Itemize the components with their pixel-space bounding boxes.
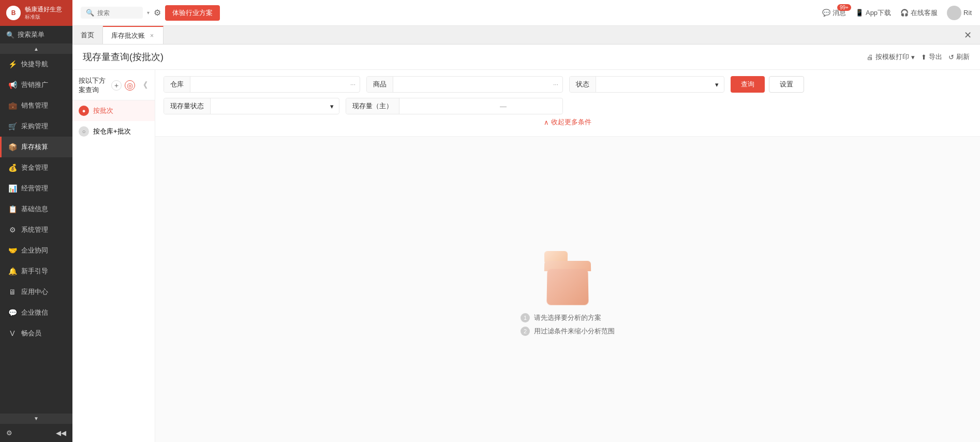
product-filter: 商品 ··· [366, 76, 563, 93]
refresh-label: 刷新 [956, 52, 970, 62]
message-btn[interactable]: 💬 消息 99+ [822, 8, 846, 18]
nav-label-wechat: 企业微信 [21, 308, 48, 317]
empty-step-2: 2 用过滤条件来缩小分析范围 [521, 327, 615, 336]
tab-home[interactable]: 首页 [72, 26, 103, 44]
sidebar-item-app-center[interactable]: 🖥 应用中心 [0, 282, 72, 302]
scheme-item-warehouse-batch[interactable]: ○ 按仓库+批次 [72, 121, 155, 142]
empty-text-area: 1 请先选择要分析的方案 2 用过滤条件来缩小分析范围 [521, 313, 615, 336]
sidebar-search-label: 搜索菜单 [18, 30, 44, 39]
sidebar-item-system[interactable]: ⚙ 系统管理 [0, 219, 72, 240]
sidebar-item-wechat[interactable]: 💬 企业微信 [0, 302, 72, 323]
empty-state: 1 请先选择要分析的方案 2 用过滤条件来缩小分析范围 [155, 137, 980, 442]
filter-actions: 查询 设置 [731, 76, 804, 93]
sidebar-search[interactable]: 🔍 搜索菜单 [0, 26, 72, 44]
fold-panel-btn[interactable]: 《 [138, 80, 149, 91]
export-label: 导出 [929, 52, 942, 62]
sidebar-item-quick-nav[interactable]: ⚡ 快捷导航 [0, 54, 72, 75]
online-service-label: 在线客服 [911, 8, 938, 18]
sidebar-item-enterprise[interactable]: 🤝 企业协同 [0, 240, 72, 261]
topbar-left: 🔍 ▾ ⚙ 体验行业方案 [81, 5, 816, 21]
sidebar-item-newbie[interactable]: 🔔 新手引导 [0, 261, 72, 282]
product-filter-more[interactable]: ··· [549, 81, 562, 88]
app-download-btn[interactable]: 📱 App下载 [855, 8, 891, 18]
scheme-list: ● 按批次 ○ 按仓库+批次 [72, 100, 155, 142]
status-filter-chevron: ▾ [715, 81, 719, 89]
sidebar-item-basic[interactable]: 📋 基础信息 [0, 199, 72, 219]
tab-inventory-batch[interactable]: 库存批次账 × [103, 26, 164, 44]
sidebar: B 畅康通好生意 标准版 🔍 搜索菜单 ▲ ⚡ 快捷导航 📢 营销推广 💼 销售… [0, 0, 72, 442]
warehouse-filter-more[interactable]: ··· [346, 81, 360, 88]
nav-label-marketing: 营销推广 [21, 80, 48, 90]
stock-amount-from[interactable] [399, 99, 497, 113]
nav-icon-marketing: 📢 [8, 80, 17, 90]
sidebar-item-finance[interactable]: 💰 资金管理 [0, 157, 72, 178]
topbar-chevron-icon[interactable]: ▾ [147, 10, 150, 16]
target-scheme-btn[interactable]: ◎ [125, 80, 135, 91]
sidebar-item-inventory[interactable]: 📦 库存核算 [0, 137, 72, 157]
print-btn[interactable]: 🖨 按模板打印 ▾ [867, 52, 915, 62]
stock-amount-to[interactable] [510, 99, 563, 113]
product-filter-input[interactable] [393, 78, 549, 92]
sidebar-item-marketing[interactable]: 📢 营销推广 [0, 75, 72, 95]
warehouse-filter-input[interactable] [190, 78, 346, 92]
left-panel-actions: + ◎ 《 [111, 80, 149, 91]
stock-status-filter: 现存量状态 ▾ [164, 98, 339, 114]
sidebar-item-operation[interactable]: 📊 经营管理 [0, 178, 72, 199]
step-2-num: 2 [521, 327, 530, 336]
tab-close-btn[interactable]: × [149, 31, 155, 40]
page-actions: 🖨 按模板打印 ▾ ⬆ 导出 ↺ 刷新 [867, 52, 970, 62]
product-filter-label: 商品 [367, 77, 393, 92]
export-icon: ⬆ [921, 53, 927, 61]
add-scheme-btn[interactable]: + [111, 80, 122, 91]
footer-settings-icon[interactable]: ⚙ [6, 429, 12, 437]
collapse-icon: ∧ [544, 119, 549, 126]
query-btn[interactable]: 查询 [731, 76, 765, 93]
tab-inventory-batch-label: 库存批次账 [111, 31, 145, 40]
scheme-item-batch[interactable]: ● 按批次 [72, 100, 155, 121]
topbar-search-input[interactable] [97, 9, 133, 17]
topbar-gear-icon[interactable]: ⚙ [154, 8, 161, 18]
experience-btn[interactable]: 体验行业方案 [165, 5, 220, 21]
stock-status-filter-select[interactable]: ▾ [211, 99, 339, 113]
nav-label-newbie: 新手引导 [21, 267, 48, 276]
sidebar-item-purchase[interactable]: 🛒 采购管理 [0, 116, 72, 137]
user-avatar-area[interactable]: Rit [947, 6, 972, 20]
nav-label-app-center: 应用中心 [21, 287, 48, 297]
filter-row-2: 现存量状态 ▾ 现存量（主） — [164, 98, 972, 114]
nav-label-sales: 销售管理 [21, 101, 48, 110]
empty-step-1: 1 请先选择要分析的方案 [521, 313, 615, 322]
collapse-more-btn[interactable]: ∧ 收起更多条件 [164, 114, 972, 130]
scheme-label-batch: 按批次 [93, 106, 113, 115]
step-2-text: 用过滤条件来缩小分析范围 [534, 327, 615, 336]
nav-icon-quick-nav: ⚡ [8, 60, 17, 69]
status-filter-select[interactable]: ▾ [596, 78, 724, 92]
sidebar-item-member[interactable]: V 畅会员 [0, 323, 72, 344]
footer-collapse-icon[interactable]: ◀◀ [56, 429, 66, 437]
stock-status-filter-label: 现存量状态 [164, 98, 211, 114]
nav-label-purchase: 采购管理 [21, 122, 48, 131]
sidebar-scroll-up[interactable]: ▲ [0, 44, 72, 54]
online-service-btn[interactable]: 🎧 在线客服 [900, 8, 938, 18]
export-btn[interactable]: ⬆ 导出 [921, 52, 942, 62]
nav-label-finance: 资金管理 [21, 163, 48, 172]
user-name: Rit [963, 9, 972, 17]
scheme-icon-warehouse-batch: ○ [79, 126, 89, 137]
left-panel-title: 按以下方案查询 [79, 76, 111, 95]
sidebar-item-sales[interactable]: 💼 销售管理 [0, 95, 72, 116]
print-chevron-icon: ▾ [911, 53, 915, 61]
nav-label-enterprise: 企业协同 [21, 246, 48, 255]
app-logo: B [6, 6, 21, 20]
refresh-btn[interactable]: ↺ 刷新 [948, 52, 970, 62]
scheme-label-warehouse-batch: 按仓库+批次 [93, 127, 131, 136]
topbar-search-wrap[interactable]: 🔍 [81, 7, 143, 19]
stock-amount-filter: 现存量（主） — [346, 98, 563, 114]
setting-btn[interactable]: 设置 [769, 76, 804, 93]
filter-row-1: 仓库 ··· 商品 ··· 状态 [164, 76, 972, 93]
nav-icon-finance: 💰 [8, 163, 17, 172]
sidebar-scroll-down[interactable]: ▼ [0, 414, 72, 423]
sidebar-footer: ⚙ ◀◀ [0, 423, 72, 442]
tab-bar-close-btn[interactable]: ✕ [964, 30, 972, 41]
app-name-area: 畅康通好生意 标准版 [25, 6, 62, 21]
content-area: 现存量查询(按批次) 🖨 按模板打印 ▾ ⬆ 导出 ↺ 刷新 [72, 45, 980, 442]
app-download-label: App下载 [866, 8, 891, 18]
